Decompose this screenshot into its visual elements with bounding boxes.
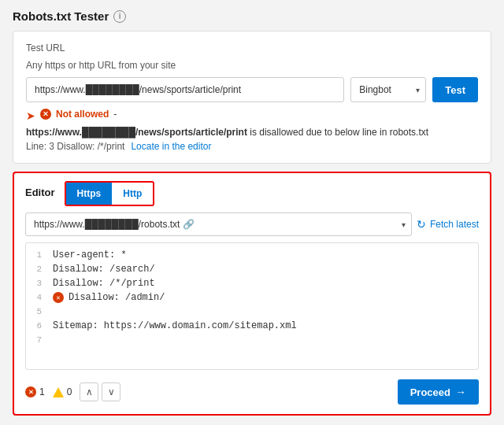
result-dash: - <box>113 109 117 120</box>
test-url-hint: Any https or http URL from your site <box>26 60 478 71</box>
protocol-buttons: Https Http <box>65 181 155 206</box>
warn-status: 0 <box>53 386 72 397</box>
table-row: 7 <box>26 333 478 347</box>
error-status: ✕ 1 <box>25 386 45 397</box>
test-button[interactable]: Test <box>432 77 478 102</box>
code-lines: 1 User-agent: * 2 Disallow: /search/ 3 D… <box>26 243 478 352</box>
table-row: ➤ 4 ✕ Disallow: /admin/ <box>26 290 478 305</box>
file-select[interactable]: https://www.████████/robots.txt 🔗 <box>25 213 412 236</box>
table-row: 6 Sitemap: https://www.domain.com/sitema… <box>26 319 478 333</box>
warn-count: 0 <box>67 386 72 397</box>
error-count: 1 <box>39 386 45 397</box>
nav-arrows: ∧ ∨ <box>80 382 120 401</box>
prev-arrow-button[interactable]: ∧ <box>80 382 98 401</box>
proceed-button[interactable]: Proceed → <box>398 379 479 405</box>
next-arrow-button[interactable]: ∨ <box>102 382 120 401</box>
editor-label: Editor <box>25 187 55 198</box>
test-url-card: Test URL Any https or http URL from your… <box>13 31 491 164</box>
code-editor[interactable]: 1 User-agent: * 2 Disallow: /search/ 3 D… <box>25 242 479 370</box>
table-row: 5 <box>26 305 478 319</box>
http-button[interactable]: Http <box>112 183 153 205</box>
status-bar: ✕ 1 0 ∧ ∨ Proceed → <box>25 376 479 405</box>
editor-card: Editor Https Http https://www.████████/r… <box>13 172 491 416</box>
refresh-icon: ↻ <box>417 218 426 231</box>
table-row: 2 Disallow: /search/ <box>26 262 478 276</box>
arrow-indicator: ➤ <box>26 109 35 122</box>
result-url: https://www.████████/news/sports/article… <box>26 127 247 138</box>
result-not-allowed: ✕ Not allowed <box>40 109 109 120</box>
bot-select[interactable]: Bingbot Googlebot All <box>350 77 426 102</box>
test-url-label: Test URL <box>26 42 478 54</box>
fetch-label: Fetch latest <box>430 219 479 230</box>
warning-icon <box>53 387 64 397</box>
file-select-wrap: https://www.████████/robots.txt 🔗 ▾ <box>25 213 412 236</box>
error-dot: ✕ <box>53 292 64 303</box>
result-suffix: is disallowed due to below line in robot… <box>250 127 428 138</box>
locate-link[interactable]: Locate in the editor <box>131 141 211 152</box>
table-row: 1 User-agent: * <box>26 248 478 262</box>
fetch-latest-button[interactable]: ↻ Fetch latest <box>417 218 479 231</box>
proceed-arrow-icon: → <box>455 386 466 398</box>
info-icon[interactable]: i <box>113 10 126 23</box>
url-input[interactable] <box>26 77 344 102</box>
page-title: Robots.txt Tester <box>13 9 109 23</box>
result-message: https://www.████████/news/sports/article… <box>26 127 428 138</box>
table-row: 3 Disallow: /*/print <box>26 276 478 290</box>
line-info: Line: 3 Disallow: /*/print <box>26 141 124 152</box>
bot-select-wrap: Bingbot Googlebot All ▾ <box>350 77 426 102</box>
proceed-label: Proceed <box>410 386 450 398</box>
not-allowed-label: Not allowed <box>56 109 109 120</box>
https-button[interactable]: Https <box>66 183 113 205</box>
